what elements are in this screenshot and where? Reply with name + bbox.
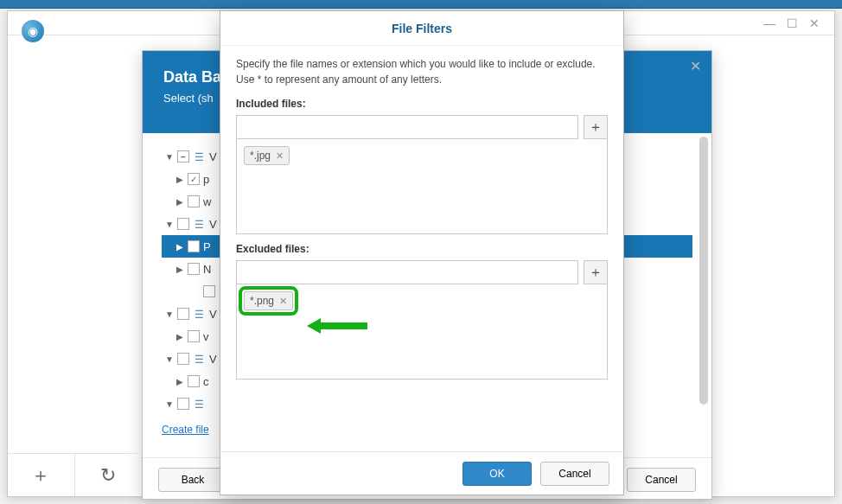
tree-checkbox[interactable] <box>188 263 200 275</box>
tree-checkbox[interactable] <box>188 330 200 342</box>
minimize-icon[interactable]: — <box>760 16 779 30</box>
tree-checkbox[interactable] <box>177 218 189 230</box>
expand-arrow-icon[interactable]: ▶ <box>175 175 184 184</box>
tree-checkbox[interactable] <box>188 195 200 207</box>
file-filters-dialog: File Filters Specify the file names or e… <box>220 10 624 495</box>
add-excluded-button[interactable]: ＋ <box>584 260 608 284</box>
expand-arrow-icon[interactable]: ▼ <box>165 152 174 162</box>
tree-checkbox[interactable] <box>177 353 189 365</box>
filter-tag-text: *.jpg <box>250 150 271 162</box>
expand-arrow-icon[interactable]: ▶ <box>175 242 184 252</box>
expand-arrow-icon[interactable]: ▼ <box>165 354 174 364</box>
excluded-files-label: Excluded files: <box>236 243 608 255</box>
tree-checkbox[interactable] <box>177 150 189 163</box>
database-icon <box>193 398 206 411</box>
tree-item-label: P <box>203 240 211 253</box>
excluded-files-area: *.png✕ <box>236 284 608 380</box>
expand-arrow-icon[interactable]: ▼ <box>165 309 174 319</box>
add-included-button[interactable]: ＋ <box>584 115 608 139</box>
included-files-input[interactable] <box>236 115 578 139</box>
wizard-close-icon[interactable]: ✕ <box>690 58 701 74</box>
tree-item-label: V <box>209 353 217 366</box>
expand-arrow-icon[interactable]: ▶ <box>175 377 184 386</box>
expand-arrow-icon[interactable]: ▶ <box>175 197 184 207</box>
database-icon <box>193 308 206 321</box>
expand-arrow-icon[interactable]: ▼ <box>165 220 174 229</box>
dialog-footer: OK Cancel <box>220 451 623 494</box>
ok-button[interactable]: OK <box>462 462 532 486</box>
dialog-body: Specify the file names or extension whic… <box>220 46 623 451</box>
expand-arrow-icon[interactable]: ▼ <box>165 399 174 409</box>
tree-checkbox[interactable] <box>188 173 200 185</box>
tree-item-label: p <box>203 173 209 186</box>
excluded-files-input[interactable] <box>236 260 578 284</box>
tree-item-label: V <box>209 218 217 231</box>
tree-item-label: V <box>209 308 217 321</box>
expand-arrow-icon[interactable]: ▶ <box>175 332 184 341</box>
included-files-area: *.jpg✕ <box>236 139 608 234</box>
back-button[interactable]: Back <box>158 468 227 492</box>
tree-checkbox[interactable] <box>188 240 200 252</box>
tree-checkbox[interactable] <box>188 375 200 387</box>
filter-tag-text: *.png <box>250 295 274 307</box>
wizard-cancel-button[interactable]: Cancel <box>627 468 696 492</box>
tree-item-label: v <box>203 330 209 343</box>
remove-tag-icon[interactable]: ✕ <box>279 296 287 307</box>
database-icon <box>193 218 206 231</box>
database-icon <box>193 353 206 366</box>
database-icon <box>193 150 206 163</box>
add-task-icon[interactable]: ＋ <box>8 454 75 496</box>
maximize-icon[interactable]: ☐ <box>782 16 801 30</box>
expand-arrow-icon[interactable]: ▶ <box>175 265 184 274</box>
history-icon[interactable]: ↻ <box>75 454 143 496</box>
tree-item-label: N <box>203 263 211 276</box>
dialog-description: Specify the file names or extension whic… <box>236 56 608 87</box>
tree-item-label: c <box>203 375 209 388</box>
left-toolbar: ＋ ↻ <box>8 453 142 496</box>
remove-tag-icon[interactable]: ✕ <box>276 150 284 162</box>
app-logo-icon: ◉ <box>20 18 46 44</box>
tree-checkbox[interactable] <box>177 308 189 320</box>
close-icon[interactable]: ✕ <box>805 16 824 30</box>
dialog-title: File Filters <box>220 11 623 46</box>
scrollbar[interactable] <box>699 137 708 405</box>
create-file-filter-link[interactable]: Create file <box>162 424 209 436</box>
included-files-label: Included files: <box>236 98 608 110</box>
filter-tag[interactable]: *.png✕ <box>244 291 293 310</box>
tree-item-label: V <box>209 150 217 163</box>
dialog-cancel-button[interactable]: Cancel <box>540 462 609 486</box>
tree-checkbox[interactable] <box>203 285 215 297</box>
tree-checkbox[interactable] <box>177 398 189 410</box>
tree-item-label: w <box>203 195 211 208</box>
filter-tag[interactable]: *.jpg✕ <box>244 146 290 165</box>
